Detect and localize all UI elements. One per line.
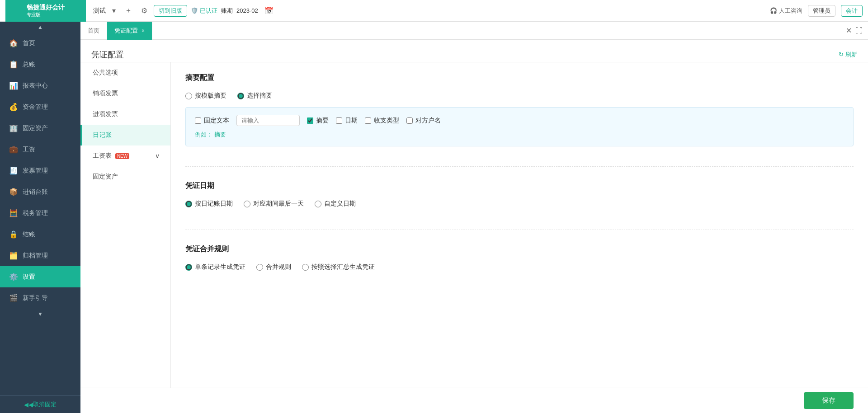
checkbox-fixed-text[interactable]: 固定文本 bbox=[195, 117, 229, 125]
checkbox-abstract-input[interactable] bbox=[307, 117, 313, 124]
checkbox-abstract-label: 摘要 bbox=[316, 117, 329, 125]
home-icon: 🏠 bbox=[9, 39, 18, 47]
radio-summary[interactable]: 按照选择汇总生成凭证 bbox=[302, 263, 375, 271]
tab-voucher-config[interactable]: 凭证配置 × bbox=[107, 22, 152, 40]
sidebar-label-funds: 资金管理 bbox=[23, 103, 48, 111]
sidebar-item-settings[interactable]: ⚙️ 设置 bbox=[0, 266, 80, 287]
radio-merge-rule[interactable]: 合并规则 bbox=[256, 263, 291, 271]
cancel-fixed-btn[interactable]: ◀◀ 取消固定 bbox=[0, 395, 80, 413]
sidebar-item-salary[interactable]: 💼 工资 bbox=[0, 139, 80, 160]
checkbox-date-label: 日期 bbox=[345, 117, 358, 125]
settings-icon[interactable]: ⚙ bbox=[138, 5, 150, 17]
logo-subtitle: 专业版 bbox=[27, 12, 65, 18]
sidebar-item-ledger[interactable]: 📋 总账 bbox=[0, 54, 80, 75]
reports-icon: 📊 bbox=[9, 81, 18, 90]
tab-voucher-config-label: 凭证配置 bbox=[114, 27, 138, 35]
consult-btn[interactable]: 🎧 人工咨询 bbox=[770, 7, 802, 15]
tab-home[interactable]: 首页 bbox=[80, 22, 107, 40]
ledger-icon: 📋 bbox=[9, 60, 18, 69]
sidebar-item-archive[interactable]: 🗂️ 归档管理 bbox=[0, 245, 80, 266]
refresh-label: 刷新 bbox=[845, 51, 857, 59]
sidebar-item-invoice[interactable]: 🧾 发票管理 bbox=[0, 160, 80, 181]
checkbox-abstract[interactable]: 摘要 bbox=[307, 117, 329, 125]
sidebar-label-salary: 工资 bbox=[23, 145, 35, 154]
sidebar-item-sales-ledger[interactable]: 📦 进销台账 bbox=[0, 181, 80, 202]
radio-merge-rule-input[interactable] bbox=[256, 264, 263, 271]
section-merge: 凭证合并规则 单条记录生成凭证 合并规则 按照选择汇总生成凭证 bbox=[185, 244, 854, 293]
radio-template-abstract[interactable]: 按模版摘要 bbox=[185, 92, 226, 100]
radio-select-abstract-input[interactable] bbox=[237, 93, 244, 99]
calendar-icon[interactable]: 📅 bbox=[262, 5, 276, 17]
sidebar: ▲ 🏠 首页 📋 总账 📊 报表中心 💰 资金管理 🏢 固定资产 💼 工资 🧾 … bbox=[0, 22, 80, 413]
expand-icon[interactable]: ⛶ bbox=[855, 27, 863, 35]
top-center: 测试 ▾ ＋ ⚙ 切到旧版 🛡️ 已认证 账期 2023-02 📅 bbox=[86, 4, 770, 17]
sidebar-label-fixed-assets: 固定资产 bbox=[23, 124, 48, 132]
sidebar-item-tax[interactable]: 🧮 税务管理 bbox=[0, 202, 80, 224]
checkbox-pay-type-input[interactable] bbox=[365, 117, 371, 124]
fixed-text-input[interactable] bbox=[236, 115, 300, 126]
sidebar-item-guide[interactable]: 🎬 新手引导 bbox=[0, 287, 80, 309]
left-nav-item-public[interactable]: 公共选项 bbox=[80, 62, 170, 83]
sidebar-item-close-account[interactable]: 🔒 结账 bbox=[0, 224, 80, 245]
close-window-icon[interactable]: ✕ bbox=[846, 26, 852, 35]
save-btn[interactable]: 保存 bbox=[804, 392, 854, 409]
radio-select-label: 选择摘要 bbox=[247, 92, 272, 100]
period-label: 账期 bbox=[221, 7, 233, 15]
checkbox-counterpart[interactable]: 对方户名 bbox=[406, 117, 441, 125]
radio-select-abstract[interactable]: 选择摘要 bbox=[237, 92, 272, 100]
checkbox-fixed-text-label: 固定文本 bbox=[204, 117, 229, 125]
radio-period-last-day[interactable]: 对应期间最后一天 bbox=[244, 200, 304, 208]
shield-icon: 🛡️ bbox=[191, 7, 198, 14]
radio-journal-date[interactable]: 按日记账日期 bbox=[185, 200, 233, 208]
sidebar-label-settings: 设置 bbox=[23, 273, 35, 281]
radio-custom-date-label: 自定义日期 bbox=[324, 200, 356, 208]
left-nav-item-fixed-assets-nav[interactable]: 固定资产 bbox=[80, 166, 170, 187]
radio-template-abstract-input[interactable] bbox=[185, 93, 192, 99]
sidebar-scroll-down[interactable]: ▼ bbox=[0, 309, 80, 319]
checkbox-fixed-text-input[interactable] bbox=[195, 117, 201, 124]
left-nav-item-journal[interactable]: 日记账 bbox=[80, 125, 170, 145]
funds-icon: 💰 bbox=[9, 103, 18, 111]
switch-old-btn[interactable]: 切到旧版 bbox=[154, 5, 187, 17]
sidebar-scroll-up[interactable]: ▲ bbox=[0, 22, 80, 33]
checkbox-date-input[interactable] bbox=[336, 117, 342, 124]
tab-close-icon[interactable]: × bbox=[142, 28, 145, 34]
salary-icon: 💼 bbox=[9, 145, 18, 154]
radio-period-last-day-input[interactable] bbox=[244, 201, 250, 207]
sidebar-item-funds[interactable]: 💰 资金管理 bbox=[0, 96, 80, 117]
dropdown-icon[interactable]: ▾ bbox=[109, 5, 118, 17]
radio-single-record[interactable]: 单条记录生成凭证 bbox=[185, 263, 245, 271]
radio-journal-date-input[interactable] bbox=[185, 201, 192, 207]
left-nav-label-output: 销项发票 bbox=[93, 89, 118, 97]
radio-custom-date-input[interactable] bbox=[315, 201, 321, 207]
section-title-date: 凭证日期 bbox=[185, 181, 854, 191]
sidebar-label-tax: 税务管理 bbox=[23, 209, 48, 217]
content-area: 凭证配置 ↻ 刷新 公共选项 销项发票 进项发票 日记账 bbox=[80, 40, 868, 413]
checkbox-pay-type[interactable]: 收支类型 bbox=[365, 117, 399, 125]
sidebar-label-home: 首页 bbox=[23, 39, 35, 47]
certified-text: 已认证 bbox=[200, 7, 217, 15]
checkbox-counterpart-input[interactable] bbox=[406, 117, 413, 124]
checkbox-date[interactable]: 日期 bbox=[336, 117, 358, 125]
sidebar-label-guide: 新手引导 bbox=[23, 294, 48, 302]
close-account-icon: 🔒 bbox=[9, 230, 18, 239]
left-nav-item-payroll[interactable]: 工资表 NEW ∨ bbox=[80, 145, 170, 166]
radio-single-record-input[interactable] bbox=[185, 264, 192, 271]
radio-merge-rule-label: 合并规则 bbox=[266, 263, 291, 271]
sidebar-item-fixed-assets[interactable]: 🏢 固定资产 bbox=[0, 117, 80, 139]
sidebar-item-reports[interactable]: 📊 报表中心 bbox=[0, 75, 80, 96]
radio-custom-date[interactable]: 自定义日期 bbox=[315, 200, 356, 208]
refresh-btn[interactable]: ↻ 刷新 bbox=[839, 51, 857, 59]
left-nav-item-input-invoice[interactable]: 进项发票 bbox=[80, 104, 170, 125]
left-nav-item-output-invoice[interactable]: 销项发票 bbox=[80, 83, 170, 104]
cancel-fixed-label: 取消固定 bbox=[33, 400, 57, 408]
accountant-btn[interactable]: 会计 bbox=[841, 5, 863, 17]
sidebar-item-home[interactable]: 🏠 首页 bbox=[0, 33, 80, 54]
left-nav-label-fixed-assets: 固定资产 bbox=[93, 173, 118, 180]
company-name: 测试 bbox=[93, 7, 106, 15]
radio-summary-input[interactable] bbox=[302, 264, 309, 271]
expand-arrow-icon: ∨ bbox=[155, 152, 160, 160]
left-nav: 公共选项 销项发票 进项发票 日记账 工资表 NEW ∨ bbox=[80, 62, 171, 388]
manager-btn[interactable]: 管理员 bbox=[808, 5, 835, 17]
add-icon[interactable]: ＋ bbox=[122, 4, 135, 17]
